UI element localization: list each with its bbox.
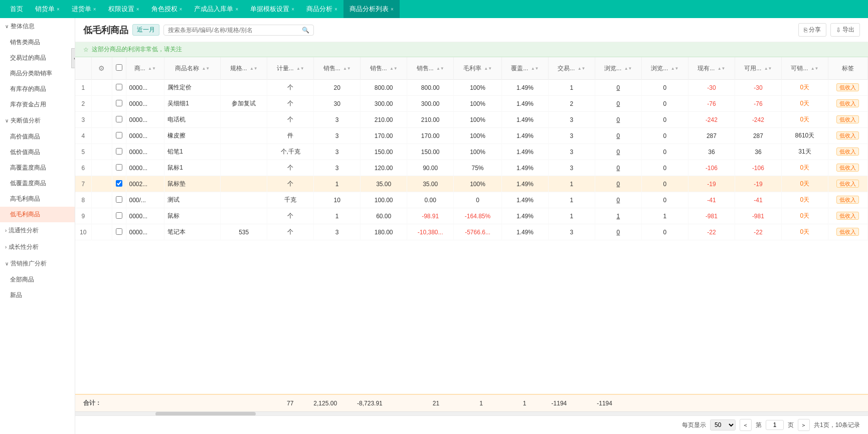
th-stock-avail[interactable]: 可用... ▲▼ — [735, 57, 781, 80]
close-icon[interactable]: × — [93, 7, 96, 12]
prev-page-button[interactable]: ＜ — [740, 419, 752, 431]
row-select-checkbox[interactable] — [116, 212, 122, 219]
nav-sales[interactable]: 销货单 × — [29, 0, 66, 18]
th-sales-qty[interactable]: 销售... ▲▼ — [314, 57, 361, 80]
table-container[interactable]: ⚙ 商... ▲▼ 商品名称 ▲▼ — [75, 57, 868, 394]
sidebar-group-cutoff[interactable]: ∨ 夹断值分析 — [0, 112, 75, 129]
row-select-checkbox[interactable] — [116, 84, 122, 90]
per-page-select[interactable]: 50 100 200 — [710, 419, 736, 430]
row-checkbox[interactable] — [112, 112, 126, 128]
sidebar-item-new-goods[interactable]: 新品 — [0, 287, 75, 303]
row-checkbox[interactable] — [112, 192, 126, 208]
row-view1[interactable]: 0 — [595, 80, 641, 96]
th-sales-price[interactable]: 销售... ▲▼ — [361, 57, 407, 80]
export-button[interactable]: ⇩ 导出 — [830, 23, 860, 37]
sidebar-item-stock-fund[interactable]: 库存资金占用 — [0, 97, 75, 112]
sidebar-item-high-margin[interactable]: 高毛利商品 — [0, 191, 75, 207]
close-icon[interactable]: × — [57, 7, 60, 12]
row-gross-rate: 100% — [454, 96, 502, 112]
row-checkbox[interactable] — [112, 208, 126, 224]
row-select-checkbox[interactable] — [116, 228, 122, 235]
sidebar-item-low-margin[interactable]: 低毛利商品 — [0, 207, 75, 222]
row-select-checkbox[interactable] — [116, 132, 122, 138]
row-view1[interactable]: 0 — [595, 176, 641, 192]
row-checkbox[interactable] — [112, 96, 126, 112]
row-select-checkbox[interactable] — [116, 116, 122, 122]
tag-badge: 低收入 — [836, 83, 859, 91]
close-icon[interactable]: × — [291, 7, 294, 12]
sidebar-group-growth[interactable]: › 成长性分析 — [0, 239, 75, 255]
share-button[interactable]: ⎘ 分享 — [798, 23, 826, 37]
th-view1[interactable]: 浏览... ▲▼ — [595, 57, 641, 80]
row-view1[interactable]: 0 — [595, 224, 641, 240]
th-unit[interactable]: 计量... ▲▼ — [267, 57, 314, 80]
next-page-button[interactable]: ＞ — [798, 419, 810, 431]
sidebar-item-low-value[interactable]: 低价值商品 — [0, 144, 75, 160]
th-cover-rate[interactable]: 覆盖... ▲▼ — [501, 57, 548, 80]
row-view1[interactable]: 0 — [595, 160, 641, 176]
th-stock-sell[interactable]: 可销... ▲▼ — [781, 57, 828, 80]
row-view1[interactable]: 0 — [595, 192, 641, 208]
close-icon[interactable]: × — [391, 7, 394, 12]
row-checkbox[interactable] — [112, 160, 126, 176]
select-all-checkbox[interactable] — [116, 64, 122, 71]
nav-purchase[interactable]: 进货单 × — [66, 0, 102, 18]
row-select-checkbox[interactable] — [116, 164, 122, 171]
sidebar-item-category-rate[interactable]: 商品分类助销率 — [0, 66, 75, 81]
row-stock-cur: -981 — [688, 208, 735, 224]
th-trade[interactable]: 交易... ▲▼ — [548, 57, 595, 80]
sidebar-item-in-stock[interactable]: 有库存的商品 — [0, 81, 75, 97]
row-select-checkbox[interactable] — [116, 148, 122, 155]
horizontal-scrollbar[interactable] — [75, 411, 868, 415]
search-input[interactable] — [168, 27, 302, 34]
time-filter-button[interactable]: 近一月 — [132, 24, 159, 36]
search-icon[interactable]: 🔍 — [302, 27, 309, 34]
th-spec[interactable]: 规格... ▲▼ — [221, 57, 267, 80]
nav-products[interactable]: 产成品入库单 × — [188, 0, 244, 18]
th-view2[interactable]: 浏览... ▲▼ — [641, 57, 688, 80]
sidebar-item-traded-goods[interactable]: 交易过的商品 — [0, 50, 75, 66]
row-checkbox[interactable] — [112, 128, 126, 144]
nav-permissions[interactable]: 权限设置 × — [102, 0, 145, 18]
sidebar-group-marketing[interactable]: ∨ 营销推广分析 — [0, 255, 75, 272]
th-tag[interactable]: 标签 — [828, 57, 867, 80]
row-view1[interactable]: 0 — [595, 96, 641, 112]
nav-home[interactable]: 首页 — [4, 0, 29, 18]
settings-icon[interactable]: ⚙ — [95, 61, 109, 75]
page-number-input[interactable] — [766, 420, 784, 430]
row-checkbox[interactable] — [112, 80, 126, 96]
th-code[interactable]: 商... ▲▼ — [126, 57, 164, 80]
sidebar-item-sales-goods[interactable]: 销售类商品 — [0, 35, 75, 50]
row-select-checkbox[interactable] — [116, 196, 122, 203]
close-icon[interactable]: × — [136, 7, 139, 12]
th-settings[interactable]: ⚙ — [91, 57, 112, 80]
row-view1[interactable]: 0 — [595, 144, 641, 160]
row-checkbox[interactable] — [112, 224, 126, 240]
sidebar-item-low-coverage[interactable]: 低覆盖度商品 — [0, 176, 75, 191]
close-icon[interactable]: × — [235, 7, 238, 12]
nav-analysis-list[interactable]: 商品分析列表 × — [343, 0, 400, 18]
row-view1[interactable]: 1 — [595, 208, 641, 224]
sidebar-item-all-goods[interactable]: 全部商品 — [0, 272, 75, 287]
nav-analysis[interactable]: 商品分析 × — [300, 0, 343, 18]
sidebar-item-high-value[interactable]: 高价值商品 — [0, 129, 75, 144]
row-checkbox[interactable] — [112, 176, 126, 192]
sidebar-item-high-coverage[interactable]: 高覆盖度商品 — [0, 160, 75, 176]
row-view1[interactable]: 0 — [595, 128, 641, 144]
sidebar-collapse-btn[interactable]: « — [71, 48, 75, 68]
sidebar-group-overall[interactable]: ∨ 整体信息 — [0, 18, 75, 35]
th-sales-amount[interactable]: 销售... ▲▼ — [407, 57, 454, 80]
row-select-checkbox[interactable] — [116, 180, 122, 187]
th-stock-cur[interactable]: 现有... ▲▼ — [688, 57, 735, 80]
close-icon[interactable]: × — [180, 7, 183, 12]
th-gross-rate[interactable]: 毛利率 ▲▼ — [454, 57, 502, 80]
th-checkbox[interactable] — [112, 57, 126, 80]
row-select-checkbox[interactable] — [116, 100, 122, 106]
nav-templates[interactable]: 单据模板设置 × — [244, 0, 300, 18]
row-checkbox[interactable] — [112, 144, 126, 160]
th-name[interactable]: 商品名称 ▲▼ — [164, 57, 221, 80]
close-icon[interactable]: × — [334, 7, 337, 12]
sidebar-group-liquidity[interactable]: › 流通性分析 — [0, 222, 75, 239]
row-view1[interactable]: 0 — [595, 112, 641, 128]
nav-roles[interactable]: 角色授权 × — [145, 0, 189, 18]
